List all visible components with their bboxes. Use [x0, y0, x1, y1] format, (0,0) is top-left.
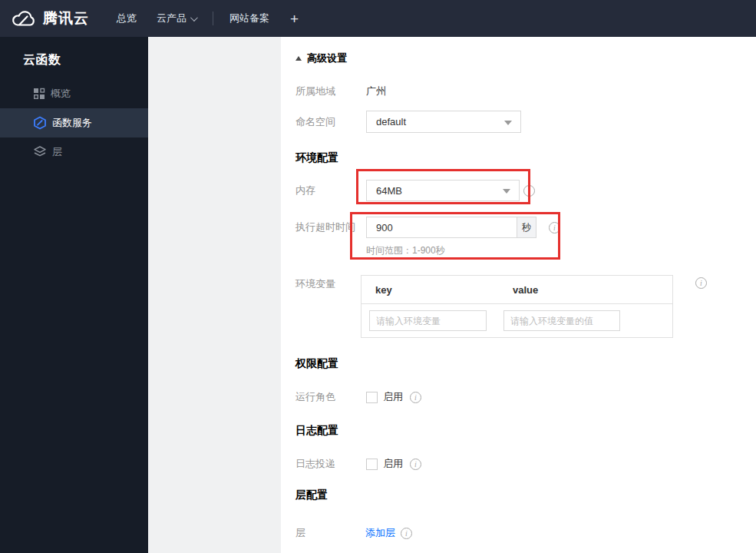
region-value: 广州 [366, 84, 386, 98]
perm-config-section-title: 权限配置 [295, 357, 338, 371]
timeout-input-group: 秒 [366, 217, 536, 238]
envvar-label: 环境变量 [295, 275, 366, 291]
sidebar-item-overview[interactable]: 概览 [0, 79, 148, 108]
brand-logo[interactable]: 腾讯云 [11, 8, 89, 28]
top-nav: 腾讯云 总览 云产品 网站备案 + [0, 0, 756, 37]
log-config-section-title: 日志配置 [295, 424, 338, 438]
timeout-input[interactable] [367, 217, 517, 237]
sidebar-item-layer[interactable]: 层 [0, 137, 148, 167]
nav-products-label: 云产品 [157, 12, 187, 25]
chevron-down-icon [190, 14, 198, 22]
function-list-panel [148, 37, 281, 553]
run-role-row: 运行角色 启用 i [281, 390, 756, 404]
region-row: 所属地域 广州 [281, 84, 756, 98]
namespace-row: 命名空间 default [281, 111, 756, 133]
grid-icon [33, 88, 45, 100]
memory-select[interactable]: 64MB [366, 180, 520, 201]
layers-icon [33, 145, 47, 159]
nav-item-cloud-products[interactable]: 云产品 [157, 12, 196, 25]
region-label: 所属地域 [295, 84, 366, 98]
layer-row: 层 添加层 i [281, 526, 756, 540]
nav-divider [213, 12, 213, 25]
run-role-info-icon[interactable]: i [410, 392, 421, 403]
collapse-arrow-icon [295, 56, 302, 61]
envvar-info-icon[interactable]: i [695, 277, 707, 289]
namespace-selected-value: default [376, 116, 406, 127]
nav-item-icp[interactable]: 网站备案 [229, 12, 269, 25]
envvar-value-header: value [503, 284, 538, 296]
add-layer-link[interactable]: 添加层 [365, 526, 395, 540]
sidebar-item-function-service[interactable]: 函数服务 [0, 108, 148, 137]
layer-label: 层 [295, 526, 366, 540]
nav-item-overview[interactable]: 总览 [117, 12, 137, 25]
timeout-info-icon[interactable]: i [549, 222, 560, 233]
layer-info-icon[interactable]: i [401, 528, 412, 539]
memory-info-icon[interactable]: i [523, 185, 535, 197]
log-delivery-label: 日志投递 [295, 457, 366, 471]
envvar-key-header: key [361, 284, 503, 296]
sidebar-item-label: 函数服务 [52, 116, 92, 130]
log-delivery-row: 日志投递 启用 i [281, 457, 756, 471]
memory-row: 内存 64MB i [281, 180, 756, 201]
tencent-cloud-logo-icon [11, 9, 37, 28]
log-delivery-info-icon[interactable]: i [410, 459, 421, 470]
namespace-select[interactable]: default [366, 111, 521, 133]
envvar-value-input[interactable] [503, 310, 620, 331]
log-delivery-enable-checkbox[interactable] [366, 459, 378, 470]
memory-selected-value: 64MB [376, 185, 402, 197]
timeout-unit-suffix: 秒 [517, 217, 536, 237]
envvar-table-row [361, 304, 672, 337]
envvar-row: 环境变量 key value i [281, 275, 756, 338]
envvar-table: key value [361, 275, 673, 338]
advanced-settings-toggle[interactable]: 高级设置 [295, 51, 347, 65]
log-delivery-enable-label: 启用 [383, 457, 403, 471]
sidebar: 云函数 概览 函数服务 层 [0, 37, 148, 553]
advanced-settings-label: 高级设置 [307, 51, 347, 65]
timeout-row: 执行超时时间 秒 i 时间范围：1-900秒 [281, 217, 756, 238]
chevron-down-icon [503, 189, 510, 194]
timeout-label: 执行超时时间 [295, 217, 366, 238]
memory-label: 内存 [295, 180, 366, 201]
brand-text: 腾讯云 [43, 8, 89, 28]
timeout-range-hint: 时间范围：1-900秒 [366, 244, 445, 257]
run-role-label: 运行角色 [295, 390, 366, 404]
run-role-enable-label: 启用 [383, 390, 403, 404]
add-tab-button[interactable]: + [290, 12, 299, 26]
chevron-down-icon [504, 121, 512, 125]
run-role-enable-checkbox[interactable] [366, 392, 378, 403]
env-config-section-title: 环境配置 [295, 151, 338, 165]
envvar-table-header: key value [361, 276, 672, 304]
envvar-key-input[interactable] [369, 310, 487, 331]
sidebar-item-label: 概览 [51, 87, 71, 101]
layer-config-section-title: 层配置 [295, 488, 328, 502]
namespace-label: 命名空间 [295, 111, 366, 133]
sidebar-item-label: 层 [52, 145, 62, 159]
settings-form: 高级设置 所属地域 广州 命名空间 default 环境配置 内存 64MB i… [281, 37, 756, 553]
hexagon-function-icon [33, 116, 47, 130]
sidebar-title: 云函数 [0, 37, 148, 79]
